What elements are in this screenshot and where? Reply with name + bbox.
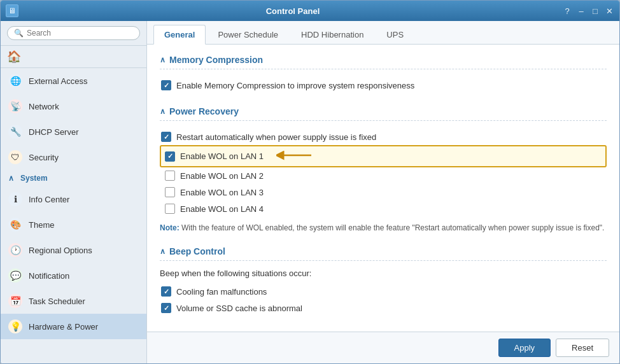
chevron-memory-compression: ∧ xyxy=(160,55,166,64)
sidebar-item-external-access[interactable]: 🌐 External Access xyxy=(1,68,146,94)
section-memory-compression: ∧ Memory Compression Enable Memory Compr… xyxy=(160,55,607,94)
wol-note: Note: With the feature of WOL enabled, t… xyxy=(160,222,607,234)
app-icon: 🖥 xyxy=(6,4,18,17)
tab-power-schedule[interactable]: Power Schedule xyxy=(207,25,289,44)
search-box: 🔍 xyxy=(1,21,146,46)
sidebar-item-info-center[interactable]: ℹ Info Center xyxy=(1,186,146,212)
search-wrapper: 🔍 xyxy=(7,26,140,40)
label-beep-cooling-fan: Cooling fan malfunctions xyxy=(176,287,267,297)
tab-hdd-hibernation[interactable]: HDD Hibernation xyxy=(290,25,374,44)
section-title-memory-compression: ∧ Memory Compression xyxy=(160,55,607,69)
section-title-beep-control: ∧ Beep Control xyxy=(160,246,607,261)
sidebar: 🔍 🏠 🌐 External Access 📡 Network 🔧 DHCP S… xyxy=(1,21,147,363)
apply-button[interactable]: Apply xyxy=(498,339,551,357)
system-label: System xyxy=(20,174,48,183)
reset-button[interactable]: Reset xyxy=(556,339,609,357)
titlebar: 🖥 Control Panel ? – □ ✕ xyxy=(1,1,619,21)
main-layout: 🔍 🏠 🌐 External Access 📡 Network 🔧 DHCP S… xyxy=(1,21,619,363)
chevron-beep-control: ∧ xyxy=(160,247,166,256)
option-wol-lan3: Enable WOL on LAN 3 xyxy=(160,184,607,200)
option-wol-lan1: Enable WOL on LAN 1 xyxy=(160,145,607,167)
sidebar-item-notification[interactable]: 💬 Notification xyxy=(1,263,146,288)
sidebar-label-network: Network xyxy=(29,102,59,111)
hardware-power-icon: 💡 xyxy=(8,319,22,333)
network-icon: 📡 xyxy=(8,99,22,113)
control-panel-window: 🖥 Control Panel ? – □ ✕ 🔍 🏠 xyxy=(0,0,620,364)
sidebar-label-regional-options: Regional Options xyxy=(29,246,92,255)
section-beep-control: ∧ Beep Control Beep when the following s… xyxy=(160,246,607,316)
label-restart-power: Restart automatically when power supply … xyxy=(176,132,376,142)
tab-bar: General Power Schedule HDD Hibernation U… xyxy=(147,21,619,45)
sidebar-item-theme[interactable]: 🎨 Theme xyxy=(1,212,146,237)
window-title: Control Panel xyxy=(24,6,562,16)
home-icon: 🏠 xyxy=(7,50,21,64)
label-beep-volume-ssd: Volume or SSD cache is abnormal xyxy=(176,304,302,313)
content-area: General Power Schedule HDD Hibernation U… xyxy=(147,21,619,363)
sidebar-section-system: ∧ System xyxy=(1,170,146,186)
info-center-icon: ℹ xyxy=(8,192,22,206)
settings-panel: ∧ Memory Compression Enable Memory Compr… xyxy=(147,45,619,332)
system-chevron: ∧ xyxy=(8,174,14,183)
option-wol-lan2: Enable WOL on LAN 2 xyxy=(160,167,607,184)
sidebar-item-task-scheduler[interactable]: 📅 Task Scheduler xyxy=(1,288,146,314)
section-title-power-recovery: ∧ Power Recovery xyxy=(160,106,607,121)
sidebar-label-info-center: Info Center xyxy=(29,195,69,204)
search-input[interactable] xyxy=(27,29,133,38)
label-enable-memory-compression: Enable Memory Compression to improve sys… xyxy=(176,81,414,90)
sidebar-home[interactable]: 🏠 xyxy=(1,46,146,68)
sidebar-item-dhcp-server[interactable]: 🔧 DHCP Server xyxy=(1,119,146,144)
minimize-button[interactable]: – xyxy=(576,6,586,16)
sidebar-item-regional-options[interactable]: 🕐 Regional Options xyxy=(1,237,146,263)
regional-options-icon: 🕐 xyxy=(8,243,22,257)
maximize-button[interactable]: □ xyxy=(590,6,600,16)
footer: Apply Reset xyxy=(147,332,619,363)
checkbox-wol-lan2[interactable] xyxy=(165,171,175,181)
arrow-svg xyxy=(276,149,314,162)
sidebar-label-dhcp: DHCP Server xyxy=(29,127,79,137)
checkbox-wol-lan4[interactable] xyxy=(165,204,175,214)
checkbox-beep-volume-ssd[interactable] xyxy=(161,303,171,313)
sidebar-item-security[interactable]: 🛡 Security xyxy=(1,144,146,170)
close-button[interactable]: ✕ xyxy=(604,6,614,16)
note-text: With the feature of WOL enabled, the sys… xyxy=(181,223,604,232)
sidebar-item-network[interactable]: 📡 Network xyxy=(1,94,146,119)
security-icon: 🛡 xyxy=(8,150,22,164)
sidebar-label-task-scheduler: Task Scheduler xyxy=(29,297,85,306)
sidebar-item-hardware-power[interactable]: 💡 Hardware & Power xyxy=(1,314,146,339)
sidebar-label-hardware-power: Hardware & Power xyxy=(29,322,98,332)
search-icon: 🔍 xyxy=(14,29,24,38)
external-access-icon: 🌐 xyxy=(8,74,22,88)
help-button[interactable]: ? xyxy=(562,6,572,16)
beep-intro: Beep when the following situations occur… xyxy=(160,269,607,278)
checkbox-wol-lan1[interactable] xyxy=(165,151,175,162)
tab-general[interactable]: General xyxy=(153,25,206,45)
checkbox-beep-cooling-fan[interactable] xyxy=(161,286,171,297)
dhcp-icon: 🔧 xyxy=(8,125,22,139)
option-beep-volume-ssd: Volume or SSD cache is abnormal xyxy=(160,300,607,316)
task-scheduler-icon: 📅 xyxy=(8,294,22,308)
label-wol-lan1: Enable WOL on LAN 1 xyxy=(180,151,264,161)
option-beep-cooling-fan: Cooling fan malfunctions xyxy=(160,283,607,300)
checkbox-restart-power[interactable] xyxy=(161,132,171,142)
checkbox-enable-memory-compression[interactable] xyxy=(161,80,171,90)
option-wol-lan4: Enable WOL on LAN 4 xyxy=(160,200,607,217)
tab-ups[interactable]: UPS xyxy=(376,25,414,44)
window-controls: ? – □ ✕ xyxy=(562,6,614,16)
sidebar-label-security: Security xyxy=(29,153,59,162)
label-wol-lan2: Enable WOL on LAN 2 xyxy=(180,171,264,181)
arrow-annotation xyxy=(276,149,314,164)
option-enable-memory-compression: Enable Memory Compression to improve sys… xyxy=(160,77,607,94)
section-power-recovery: ∧ Power Recovery Restart automatically w… xyxy=(160,106,607,234)
note-label: Note: xyxy=(160,223,180,232)
chevron-power-recovery: ∧ xyxy=(160,107,166,116)
label-wol-lan4: Enable WOL on LAN 4 xyxy=(180,204,264,214)
checkbox-wol-lan3[interactable] xyxy=(165,187,175,197)
label-wol-lan3: Enable WOL on LAN 3 xyxy=(180,188,264,197)
sidebar-label-notification: Notification xyxy=(29,271,69,281)
notification-icon: 💬 xyxy=(8,269,22,283)
option-restart-power: Restart automatically when power supply … xyxy=(160,129,607,145)
sidebar-label-theme: Theme xyxy=(29,220,54,230)
theme-icon: 🎨 xyxy=(8,218,22,232)
sidebar-label-external-access: External Access xyxy=(29,76,88,86)
